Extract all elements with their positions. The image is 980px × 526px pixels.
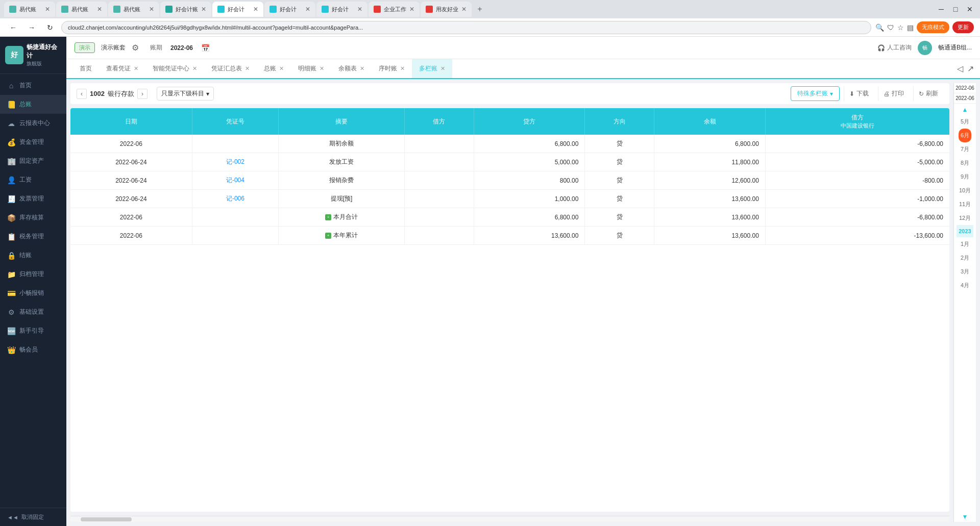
browser-tab-2[interactable]: 易代账 ✕ (56, 2, 107, 17)
tab-close-4[interactable]: ✕ (201, 6, 206, 13)
sidebar-item-general-ledger[interactable]: 📒 总账 (0, 95, 66, 114)
month-item[interactable]: 8月 (959, 156, 971, 170)
cell-voucher[interactable]: 记-006 (192, 190, 278, 208)
sidebar-item-inventory[interactable]: 📦 库存核算 (0, 208, 66, 227)
close-button[interactable]: ✕ (964, 3, 976, 15)
url-input[interactable]: cloud2.chanjet.com/accounting/uh26t264j5… (61, 21, 871, 34)
sidebar-item-cloud-report[interactable]: ☁ 云报表中心 (0, 114, 66, 133)
month-item[interactable]: 3月 (959, 265, 971, 279)
voucher-link[interactable]: 记-002 (226, 158, 244, 165)
tab-close-5[interactable]: ✕ (253, 6, 258, 13)
new-tab-button[interactable]: + (473, 2, 487, 16)
close-view-voucher-tab[interactable]: ✕ (134, 65, 138, 72)
horizontal-scrollbar[interactable] (70, 516, 949, 522)
tab-close-9[interactable]: ✕ (461, 6, 467, 13)
minimize-button[interactable]: ─ (935, 3, 947, 15)
user-avatar[interactable]: 畅 (918, 41, 932, 55)
tab-close-6[interactable]: ✕ (305, 6, 310, 13)
unpin-button[interactable]: ◄◄ 取消固定 (7, 513, 59, 521)
browser-tab-8[interactable]: 企业工作 ✕ (369, 2, 420, 17)
filter-select[interactable]: 只显示下级科目 ▾ (157, 87, 214, 101)
prev-account-button[interactable]: ‹ (77, 89, 87, 99)
sidebar-item-guide[interactable]: 🆕 新手引导 (0, 321, 66, 340)
expand-tab-icon[interactable]: ↗ (967, 64, 974, 73)
browser-tab-5[interactable]: 好会计 ✕ (212, 2, 263, 17)
sidebar-item-home[interactable]: ⌂ 首页 (0, 76, 66, 95)
close-general-ledger-tab[interactable]: ✕ (279, 65, 284, 72)
month-item[interactable]: 5月 (959, 115, 971, 129)
month-scroll-up-button[interactable]: ▲ (958, 105, 972, 115)
month-item[interactable]: 9月 (959, 170, 971, 184)
cell-voucher[interactable] (192, 208, 278, 227)
month-item[interactable]: 11月 (957, 197, 973, 211)
page-tab-smart-voucher[interactable]: 智能凭证中心 ✕ (145, 59, 204, 79)
cell-voucher[interactable] (192, 227, 278, 245)
close-detail-ledger-tab[interactable]: ✕ (320, 65, 324, 72)
update-button[interactable]: 更新 (952, 21, 974, 33)
browser-tab-6[interactable]: 好会计 ✕ (264, 2, 315, 17)
sidebar-toggle-icon[interactable]: ▤ (907, 23, 914, 32)
page-tab-voucher-summary[interactable]: 凭证汇总表 ✕ (204, 59, 257, 79)
close-sequence-ledger-tab[interactable]: ✕ (400, 65, 405, 72)
scrollbar-thumb[interactable] (81, 517, 132, 521)
month-item[interactable]: 2月 (959, 251, 971, 265)
browser-tab-7[interactable]: 好会计 ✕ (316, 2, 368, 17)
cell-voucher[interactable]: 记-002 (192, 153, 278, 171)
month-item[interactable]: 2023 (957, 225, 973, 237)
consult-button[interactable]: 🎧 人工咨询 (877, 43, 912, 52)
cell-voucher[interactable] (192, 135, 278, 153)
forward-button[interactable]: → (24, 20, 39, 35)
sidebar-item-payroll[interactable]: 👤 工资 (0, 170, 66, 189)
star-icon[interactable]: ☆ (897, 23, 904, 32)
tab-close-8[interactable]: ✕ (409, 6, 414, 13)
tab-close-1[interactable]: ✕ (45, 6, 50, 13)
close-balance-tab[interactable]: ✕ (360, 65, 364, 72)
refresh-button[interactable]: ↻ (43, 20, 57, 35)
refresh-button[interactable]: ↻ 刷新 (913, 86, 943, 101)
next-account-button[interactable]: › (137, 89, 148, 99)
page-tab-home[interactable]: 首页 (72, 59, 99, 79)
month-item[interactable]: 6月 (959, 129, 971, 142)
tab-close-2[interactable]: ✕ (97, 6, 102, 13)
month-item[interactable]: 7月 (959, 142, 971, 156)
no-trace-button[interactable]: 无痕模式 (917, 21, 949, 33)
month-scroll-down-button[interactable]: ▼ (958, 512, 972, 522)
browser-tab-9[interactable]: 用友好业 ✕ (421, 2, 472, 17)
tab-close-3[interactable]: ✕ (149, 6, 154, 13)
month-item[interactable]: 12月 (957, 211, 973, 225)
sidebar-item-invoice[interactable]: 🧾 发票管理 (0, 189, 66, 208)
cell-voucher[interactable]: 记-004 (192, 171, 278, 190)
sidebar-item-fund[interactable]: 💰 资金管理 (0, 133, 66, 152)
header-settings-icon[interactable]: ⚙ (132, 43, 139, 53)
browser-tab-1[interactable]: 易代账 ✕ (4, 2, 55, 17)
close-multi-column-tab[interactable]: ✕ (440, 65, 445, 72)
close-voucher-summary-tab[interactable]: ✕ (245, 65, 250, 72)
collapse-tab-icon[interactable]: ◁ (957, 64, 963, 73)
sidebar-item-tax[interactable]: 📋 税务管理 (0, 227, 66, 246)
print-button[interactable]: 🖨 打印 (878, 86, 909, 101)
special-multi-column-button[interactable]: 特殊多栏账 ▾ (791, 86, 840, 101)
page-tab-balance[interactable]: 余额表 ✕ (331, 59, 372, 79)
tab-close-7[interactable]: ✕ (357, 6, 362, 13)
page-tab-multi-column[interactable]: 多栏账 ✕ (412, 59, 452, 79)
download-button[interactable]: ⬇ 下载 (844, 86, 874, 101)
month-item[interactable]: 4月 (959, 279, 971, 292)
page-tab-sequence-ledger[interactable]: 序时账 ✕ (372, 59, 412, 79)
sidebar-item-archive[interactable]: 📁 归档管理 (0, 265, 66, 284)
page-tab-view-voucher[interactable]: 查看凭证 ✕ (99, 59, 145, 79)
sidebar-item-fixed-assets[interactable]: 🏢 固定资产 (0, 152, 66, 170)
voucher-link[interactable]: 记-004 (226, 177, 244, 184)
sidebar-item-close[interactable]: 🔒 结账 (0, 246, 66, 265)
sidebar-item-membership[interactable]: 👑 畅会员 (0, 340, 66, 359)
close-smart-voucher-tab[interactable]: ✕ (192, 65, 197, 72)
search-icon[interactable]: 🔍 (875, 23, 884, 32)
voucher-link[interactable]: 记-006 (226, 195, 244, 202)
browser-tab-3[interactable]: 易代账 ✕ (108, 2, 159, 17)
page-tab-general-ledger[interactable]: 总账 ✕ (257, 59, 291, 79)
sidebar-item-expense[interactable]: 💳 小畅报销 (0, 284, 66, 303)
shield-icon[interactable]: 🛡 (887, 23, 894, 32)
page-tab-detail-ledger[interactable]: 明细账 ✕ (291, 59, 331, 79)
sidebar-item-settings[interactable]: ⚙ 基础设置 (0, 303, 66, 321)
browser-tab-4[interactable]: 好会计账 ✕ (160, 2, 211, 17)
calendar-icon[interactable]: 📅 (201, 44, 210, 52)
